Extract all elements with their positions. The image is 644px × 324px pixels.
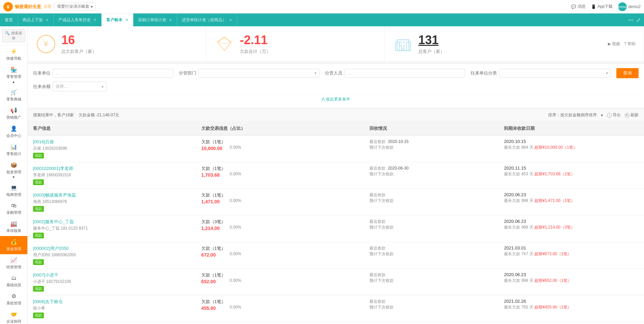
sidebar-item-enterprise-coop[interactable]: 🤝 企业协同 <box>0 308 27 324</box>
tab-customer-account-label: 客户账本 <box>106 17 122 23</box>
debt-count-1: 欠款（1笔） <box>201 166 226 172</box>
minimize-icon[interactable]: — <box>628 17 634 23</box>
sidebar-item-basic-info[interactable]: 🗂 基础信息 <box>0 272 27 290</box>
sidebar-item-purchase-mgmt-label: 采购管理 <box>6 210 21 215</box>
app-download-btn[interactable]: 📱 App下载 <box>591 4 613 9</box>
stat-debt-customers-info: 16 总欠款客户（家） <box>61 33 198 55</box>
mall-icon: 🛒 <box>10 89 17 95</box>
sidebar-item-capital-mgmt[interactable]: 💰 资金管理 <box>0 236 27 254</box>
debt-cell-5: 欠款（1笔） 652.00 0.00% <box>201 272 370 284</box>
sidebar-item-retail-stats[interactable]: 📊 零售统计 <box>0 141 27 159</box>
sidebar-item-batch-mgmt-label: 批发管理 <box>6 170 21 175</box>
export-btn[interactable]: ↑ 导出 <box>607 112 621 118</box>
logo-icon: ¥ <box>3 2 13 11</box>
sidebar-item-ecommerce[interactable]: 💻 电商管理 <box>0 182 27 200</box>
col-header-payback: 回收情况 <box>369 125 504 131</box>
operations-icon: 📈 <box>10 257 17 263</box>
unit-class-input[interactable]: ▾ <box>499 69 611 78</box>
tab-product-shelf[interactable]: 商品上下架 ✕ <box>18 13 54 26</box>
customer-name-link-6[interactable]: [0006]去下粮仓 <box>33 299 63 304</box>
overdue-link-2[interactable]: 超期¥1,471.00（1笔） <box>534 198 575 203</box>
sidebar-item-marketing[interactable]: 📢 营销推广 <box>0 105 27 123</box>
capital-icon: 💰 <box>10 239 17 245</box>
table-header: 客户信息 欠款交易信息（占比） 回收情况 到期未收款日期 <box>28 122 644 136</box>
sidebar-item-operations[interactable]: 📈 经营管理 <box>0 254 27 272</box>
debt-amount-4: 672.00 <box>201 252 226 258</box>
search-menu-btn[interactable]: 🔍 搜索菜单 <box>2 29 25 42</box>
close-icon[interactable]: ✕ <box>93 18 96 22</box>
balance-input[interactable]: 选择... ▾ <box>53 82 107 91</box>
customer-name-link-2[interactable]: [0003]畅捷服务尹海蕊 <box>33 193 76 198</box>
customer-name-link-3[interactable]: [0002]服务中心_丁磊 <box>33 219 74 224</box>
company-selector[interactable]: 母婴行业演示账套 ▾ <box>54 3 96 10</box>
col-header-debt: 欠款交易信息（占比） <box>201 125 370 131</box>
from-unit-input[interactable]: ... <box>53 69 173 78</box>
tab-product-history[interactable]: 产成品入库单历史 ✕ <box>54 13 102 26</box>
sidebar-item-batch-mgmt[interactable]: 📦 批发管理 ▼ <box>0 159 27 182</box>
refresh-btn[interactable]: ↻ 刷新 <box>625 112 639 118</box>
overdue-link-3[interactable]: 超期¥1,214.00（3笔） <box>534 225 575 230</box>
customer-name-link-1[interactable]: [0001020001]李老师 <box>33 166 73 171</box>
tab-home[interactable]: 首页 <box>0 13 18 26</box>
stat-icon-diamond-wrap <box>214 34 234 54</box>
sidebar-item-retail-mall[interactable]: 🛒 零售商城 <box>0 86 27 105</box>
person-input[interactable]: ... <box>344 69 465 78</box>
close-icon[interactable]: ✕ <box>46 18 49 22</box>
overdue-link-4[interactable]: 超期¥672.00（1笔） <box>534 252 571 256</box>
close-icon[interactable]: ✕ <box>125 18 128 22</box>
search-btn[interactable]: 查询 <box>616 68 639 78</box>
message-btn[interactable]: 💬 消息 <box>571 4 586 9</box>
close-icon[interactable]: ✕ <box>229 18 232 22</box>
overdue-link-0[interactable]: 超期¥10,000.00（1笔） <box>534 145 577 150</box>
tab-stock-stats[interactable]: 进货单统计表（按商品） ✕ <box>177 13 237 26</box>
filter-from-unit: 往来单位 ... <box>33 69 173 78</box>
sidebar-item-operations-label: 经营管理 <box>6 265 21 270</box>
overdue-link-5[interactable]: 超期¥652.00（1笔） <box>534 278 571 283</box>
overdue-link-6[interactable]: 超期¥455.90（1笔） <box>534 305 571 310</box>
filter-row-2: 往来余额 选择... ▾ <box>33 82 639 91</box>
sidebar-item-retail-mgmt[interactable]: 🏪 零售管理 ▲ <box>0 64 27 86</box>
customer-name-link-5[interactable]: [0007]小进干 <box>33 272 58 277</box>
sidebar-item-quick-nav[interactable]: ⚡ 快捷导航 <box>0 46 27 64</box>
overdue-detail-1: 最长欠款 853 天 超期¥1,703.68（1笔） <box>504 171 639 177</box>
sidebar-item-retail-mall-label: 零售商城 <box>6 97 21 102</box>
table-row: [000001]黄思源 黄思源 13552700226 现款 欠款（1笔） 42… <box>28 322 644 324</box>
customer-tag-3: 现款 <box>33 233 44 238</box>
top-bar-right: 💬 消息 📱 App下载 demo2 demo2 <box>571 2 641 11</box>
expand-icon[interactable]: ⤢ <box>636 17 641 23</box>
debt-pct-2: 0.00% <box>230 198 241 203</box>
user-profile[interactable]: demo2 demo2 <box>618 2 641 11</box>
unit-class-arrow-icon: ▾ <box>606 71 608 76</box>
next-payback-4: 预计下次收款 <box>369 251 504 257</box>
sidebar-item-ecommerce-label: 电商管理 <box>6 192 21 197</box>
stat-total-customers: 131 总客户（家） ▶ 视频 ? 帮助 <box>385 26 644 61</box>
debt-pct-4: 0.00% <box>230 252 241 256</box>
phone-icon: 📱 <box>591 4 596 9</box>
close-icon[interactable]: ✕ <box>169 18 172 22</box>
avatar: demo2 <box>618 2 627 11</box>
subtitle[interactable]: 示范 <box>44 4 51 9</box>
tab-purchase-order[interactable]: 采购订单统计表 ✕ <box>133 13 177 26</box>
sidebar-item-quick-nav-label: 快捷导航 <box>6 56 21 61</box>
overdue-link-1[interactable]: 超期¥1,703.68（1笔） <box>534 172 575 176</box>
sidebar-item-inventory[interactable]: 🏭 库存核算 <box>0 218 27 236</box>
overdue-cell-2: 2020.06.23 最长欠款 998 天 超期¥1,471.00（1笔） <box>504 192 639 204</box>
tab-customer-account[interactable]: 客户账本 ✕ <box>102 13 133 26</box>
payback-cell-0: 最近收款 2020-10-15 预计下次收款 <box>369 139 504 150</box>
overdue-date-1: 2020.11.15 <box>504 166 639 171</box>
view-btn[interactable]: ▶ 视频 <box>608 41 620 47</box>
overdue-cell-0: 2020.10.15 最长欠款 884 天 超期¥10,000.00（1笔） <box>504 139 639 150</box>
view-icon: ▶ <box>608 41 611 46</box>
sidebar-item-member[interactable]: 👤 会员中心 <box>0 123 27 141</box>
sidebar-item-system-mgmt[interactable]: ⚙ 系统管理 <box>0 290 27 308</box>
dept-input[interactable]: ▾ <box>198 69 319 78</box>
overdue-cell-3: 2020.06.23 最长欠款 998 天 超期¥1,214.00（3笔） <box>504 219 639 230</box>
table-row: [0002]服务中心_丁磊 服务中心_丁磊 181 0125 8371 现款 欠… <box>28 215 644 242</box>
collapse-filter-btn[interactable]: ⋀ 收起更多条件 <box>33 95 639 104</box>
customer-name-link-0[interactable]: [0016]吕俊 <box>33 139 54 144</box>
export-icon: ↑ <box>607 113 612 118</box>
customer-name-link-4[interactable]: [000002]用户2050 <box>33 246 69 251</box>
arrow-icon: ▼ <box>12 175 16 179</box>
sidebar-item-purchase-mgmt[interactable]: 🛍 采购管理 <box>0 200 27 218</box>
help-btn[interactable]: ? 帮助 <box>624 41 636 47</box>
